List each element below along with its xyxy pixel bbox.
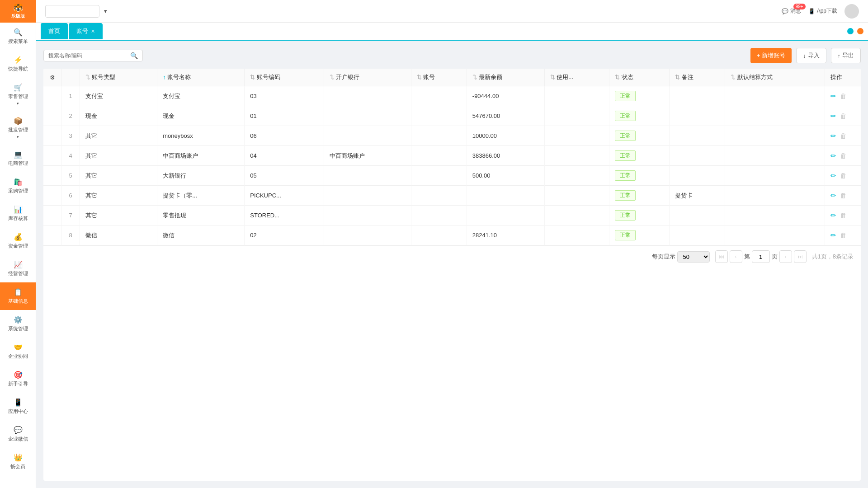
row-account-0 [411, 86, 467, 106]
col-usage[interactable]: ⇅ 使用... [544, 69, 609, 86]
page-size-label: 每页显示 [652, 253, 675, 261]
page-number-input[interactable] [752, 250, 770, 263]
chevron-icon: ▾ [17, 101, 19, 106]
sidebar-item-inventory[interactable]: 📊 库存核算 [0, 200, 36, 227]
app-download-button[interactable]: 📱 App下载 [808, 7, 837, 15]
row-code-7: 02 [245, 225, 324, 245]
edit-button-1[interactable]: ✏ [830, 112, 836, 120]
edit-button-5[interactable]: ✏ [830, 192, 836, 200]
sidebar-item-wechat[interactable]: 💬 企业微信 [0, 420, 36, 448]
edit-button-0[interactable]: ✏ [830, 92, 836, 100]
sidebar-item-capital[interactable]: 💰 资金管理 [0, 227, 36, 255]
topbar: ▾ 💬 消息 99+ 📱 App下载 [36, 0, 868, 23]
delete-button-0[interactable]: 🗑 [840, 92, 847, 100]
topbar-search-input[interactable] [45, 5, 99, 18]
window-maximize[interactable] [857, 28, 863, 34]
col-balance[interactable]: ⇅ 最新余额 [467, 69, 544, 86]
row-settings-2[interactable] [43, 126, 61, 146]
edit-button-7[interactable]: ✏ [830, 231, 836, 239]
row-bank-3: 中百商场账户 [324, 146, 411, 166]
sidebar-item-enterprise[interactable]: 🤝 企业协同 [0, 338, 36, 365]
delete-button-3[interactable]: 🗑 [840, 152, 847, 160]
row-usage-5 [544, 186, 609, 206]
sidebar-item-basic[interactable]: 📋 基础信息 [0, 282, 36, 310]
sidebar-item-operation[interactable]: 📈 经营管理 [0, 255, 36, 282]
add-account-button[interactable]: + 新增账号 [750, 48, 792, 63]
sidebar-item-system[interactable]: ⚙️ 系统管理 [0, 310, 36, 338]
row-settings-5[interactable] [43, 186, 61, 206]
tab-home[interactable]: 首页 [41, 23, 68, 39]
edit-button-4[interactable]: ✏ [830, 172, 836, 180]
wholesale-icon: 📦 [14, 117, 23, 125]
sidebar-item-wholesale[interactable]: 📦 批发管理 ▾ [0, 111, 36, 145]
row-settings-6[interactable] [43, 206, 61, 225]
prev-page-button[interactable]: ‹ [730, 250, 742, 263]
import-button[interactable]: ↓ 导入 [796, 48, 826, 63]
delete-button-2[interactable]: 🗑 [840, 132, 847, 140]
tab-account[interactable]: 账号 ✕ [69, 23, 103, 39]
sidebar-item-quick-nav[interactable]: ⚡ 快捷导航 [0, 50, 36, 78]
col-remark[interactable]: ⇅ 备注 [669, 69, 725, 86]
delete-button-5[interactable]: 🗑 [840, 192, 847, 200]
col-status[interactable]: ⇅ 状态 [609, 69, 669, 86]
delete-button-4[interactable]: 🗑 [840, 172, 847, 180]
import-icon: ↓ [803, 52, 806, 59]
delete-button-1[interactable]: 🗑 [840, 112, 847, 120]
search-input[interactable] [48, 52, 127, 59]
row-type-0: 支付宝 [80, 86, 157, 106]
window-minimize[interactable] [847, 28, 854, 34]
row-status-4: 正常 [609, 166, 669, 186]
page-size-selector: 每页显示 50 10 20 100 [652, 251, 710, 263]
topbar-dropdown[interactable]: ▾ [104, 8, 107, 14]
sidebar-item-ecom[interactable]: 💻 电商管理 [0, 145, 36, 172]
row-status-0: 正常 [609, 86, 669, 106]
sidebar-item-vip[interactable]: 👑 畅会员 [0, 448, 36, 475]
row-settings-0[interactable] [43, 86, 61, 106]
first-page-button[interactable]: ⏮ [715, 250, 728, 263]
row-code-4: 05 [245, 166, 324, 186]
row-settings-7[interactable] [43, 225, 61, 245]
search-icon: 🔍 [130, 52, 138, 59]
page-size-select[interactable]: 50 10 20 100 [677, 251, 710, 263]
edit-button-3[interactable]: ✏ [830, 152, 836, 160]
user-avatar[interactable] [844, 4, 859, 19]
col-default-settle[interactable]: ⇅ 默认结算方式 [725, 69, 825, 86]
delete-button-6[interactable]: 🗑 [840, 211, 847, 220]
row-default-settle-2 [725, 126, 825, 146]
row-type-7: 微信 [80, 225, 157, 245]
delete-button-7[interactable]: 🗑 [840, 231, 847, 239]
col-code[interactable]: ⇅ 账号编码 [245, 69, 324, 86]
col-num [61, 69, 80, 86]
col-usage-sort: ⇅ [550, 74, 555, 80]
col-name[interactable]: ↑ 账号名称 [157, 69, 245, 86]
sidebar-item-app-center[interactable]: 📱 应用中心 [0, 393, 36, 420]
row-actions-2: ✏ 🗑 [825, 126, 861, 146]
col-account[interactable]: ⇅ 账号 [411, 69, 467, 86]
page-total: 共1页，8条记录 [812, 253, 854, 261]
message-button[interactable]: 💬 消息 99+ [782, 7, 801, 15]
row-settings-1[interactable] [43, 106, 61, 126]
row-settings-3[interactable] [43, 146, 61, 166]
import-label: 导入 [808, 52, 820, 60]
col-settings[interactable]: ⚙ [43, 69, 61, 86]
sidebar-item-label-quick-nav: 快捷导航 [8, 66, 28, 72]
sidebar-item-guide[interactable]: 🎯 新手引导 [0, 365, 36, 393]
add-account-label: + 新增账号 [757, 52, 785, 60]
row-remark-5: 提货卡 [669, 186, 725, 206]
last-page-button[interactable]: ⏭ [794, 250, 807, 263]
sidebar-item-search[interactable]: 🔍 搜索菜单 [0, 23, 36, 50]
col-type[interactable]: ⇅ 账号类型 [80, 69, 157, 86]
row-settings-4[interactable] [43, 166, 61, 186]
sidebar-nav: 🔍 搜索菜单 ⚡ 快捷导航 🛒 零售管理 ▾ 📦 批发管理 ▾ 💻 电商管理 🛍… [0, 23, 36, 488]
sidebar-item-retail[interactable]: 🛒 零售管理 ▾ [0, 78, 36, 111]
topbar-right: 💬 消息 99+ 📱 App下载 [782, 4, 859, 19]
col-bank[interactable]: ⇅ 开户银行 [324, 69, 411, 86]
edit-button-6[interactable]: ✏ [830, 211, 836, 220]
tab-account-close[interactable]: ✕ [91, 28, 95, 34]
sidebar-item-label-app-center: 应用中心 [8, 408, 28, 415]
export-button[interactable]: ↑ 导出 [831, 48, 861, 63]
next-page-button[interactable]: › [779, 250, 792, 263]
sidebar-item-purchase[interactable]: 🛍️ 采购管理 [0, 172, 36, 200]
row-bank-1 [324, 106, 411, 126]
edit-button-2[interactable]: ✏ [830, 132, 836, 140]
